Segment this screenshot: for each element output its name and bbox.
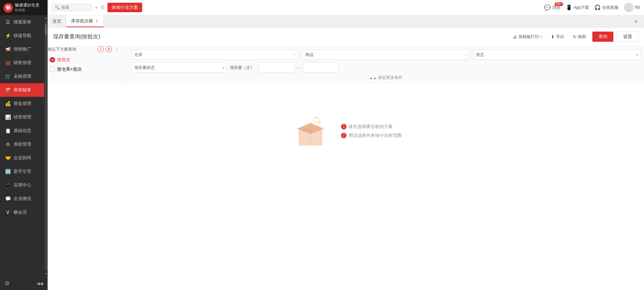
add-scheme-icon[interactable]: + (98, 46, 104, 52)
sidebar-item-label-weixin: 企业微信 (14, 196, 31, 202)
tab-close-panel-icon[interactable]: ✕ (631, 19, 641, 24)
app-center-icon: 📱 (5, 182, 11, 188)
member-icon: V (5, 209, 11, 215)
settings-icon[interactable]: ⚙ (5, 280, 10, 287)
refresh-icon: ↻ (573, 34, 577, 39)
tab-inventory-batch[interactable]: 库存批次账 ✕ (66, 15, 104, 27)
sidebar-item-system[interactable]: ⚙ 系统管理 (0, 138, 44, 151)
messages-group[interactable]: 💬 消息 99+ (544, 4, 560, 11)
product-more-icon[interactable]: ··· (464, 53, 467, 57)
sidebar-footer: ⚙ ◀◀ (0, 276, 48, 290)
query-button[interactable]: 查询 (592, 32, 613, 42)
user-group[interactable]: Rit (624, 3, 640, 12)
tab-close-icon[interactable]: ✕ (95, 19, 99, 23)
app-download-label: App下载 (574, 5, 589, 11)
sidebar-item-base-info[interactable]: 📋 基础信息 (0, 124, 44, 138)
empty-hint-1: 1 请先选择要分析的方案 (341, 124, 402, 130)
weixin-icon: 💬 (5, 196, 11, 202)
finance-icon: 💰 (5, 101, 11, 107)
operations-icon: 📊 (5, 114, 11, 120)
scheme-inactive-dot (50, 67, 55, 72)
page-header: 现存量查询(按批次) 🖨 按模板打印 ▾ ⬆ 导出 ↻ 刷新 查询 设置 (48, 28, 644, 46)
sidebar-item-label-quick-nav: 快捷导航 (14, 33, 31, 39)
sidebar-item-enterprise[interactable]: 🤝 企业协同 (0, 151, 44, 165)
export-label: 导出 (556, 34, 564, 40)
filter-fields-panel: 仓库 ··· 商品 ··· (122, 46, 644, 83)
refresh-btn[interactable]: ↻ 刷新 (570, 33, 589, 41)
guide-icon: 🆕 (5, 168, 11, 175)
sidebar-item-label-guide: 新手引导 (14, 168, 31, 175)
empty-state: 1 请先选择要分析的方案 2 用过滤条件来缩小分析范围 (48, 83, 644, 179)
empty-hints: 1 请先选择要分析的方案 2 用过滤条件来缩小分析范围 (341, 124, 402, 139)
scheme-icons: + ⚙ 《 (98, 46, 118, 52)
sidebar-item-sales[interactable]: 💼 销售管理 (0, 56, 44, 70)
sidebar-item-weixin[interactable]: 💬 企业微信 (0, 192, 44, 205)
sidebar-item-label-inventory: 库存核算 (14, 87, 31, 93)
trial-btn[interactable]: 体验行业方案 (107, 3, 142, 12)
stock-status-label: 现存量状态 (134, 65, 155, 71)
scroll-track (45, 21, 47, 271)
scroll-thumb (45, 24, 47, 35)
svg-point-6 (314, 117, 319, 123)
print-btn[interactable]: 🖨 按模板打印 ▾ (510, 33, 545, 41)
sidebar-item-search-menu[interactable]: ☰ 搜索菜单 (0, 15, 44, 29)
collapse-row[interactable]: ▲▲ 收起更多条件 (128, 73, 644, 83)
manage-scheme-icon[interactable]: ⚙ (106, 46, 112, 52)
page-content: 现存量查询(按批次) 🖨 按模板打印 ▾ ⬆ 导出 ↻ 刷新 查询 设置 (48, 28, 644, 290)
sidebar-item-guide[interactable]: 🆕 新手引导 (0, 165, 44, 178)
print-dropdown-icon[interactable]: ▾ (540, 35, 542, 39)
topbar-dropdown-icon[interactable]: ▾ (95, 5, 98, 10)
sidebar-scrollbar[interactable]: ▲ ▼ (44, 15, 48, 276)
filter-scheme-panel: 按以下方案查询 + ⚙ 《 ● 按批次 按仓库+批次 (48, 46, 122, 83)
sidebar-item-app-center[interactable]: 📱 应用中心 (0, 178, 44, 192)
sidebar-item-label-marketing: 营销推广 (14, 46, 31, 52)
print-icon: 🖨 (513, 34, 517, 39)
sidebar-item-label-search-menu: 搜索菜单 (14, 19, 31, 25)
sidebar-item-marketing[interactable]: 📢 营销推广 (0, 42, 44, 56)
sidebar-item-label-sales: 销售管理 (14, 60, 31, 66)
stock-status-select[interactable]: 现存量状态 ▾ (131, 62, 226, 73)
online-service-group[interactable]: 🎧 在线客服 (594, 4, 618, 11)
tab-home[interactable]: 首页 (48, 15, 66, 27)
tabbar: 首页 库存批次账 ✕ ✕ (48, 15, 644, 28)
status-select[interactable]: 状态 ▾ (473, 50, 641, 60)
sidebar-item-inventory[interactable]: 📦 库存核算 (0, 83, 44, 97)
stock-amount-max-input[interactable] (303, 62, 339, 73)
warehouse-more-icon[interactable]: ··· (293, 53, 296, 57)
collapse-sidebar-icon[interactable]: ◀◀ (37, 281, 43, 286)
export-btn[interactable]: ⬆ 导出 (548, 33, 567, 41)
topbar-search-input[interactable] (61, 5, 88, 10)
sidebar-item-member[interactable]: V 畅会员 (0, 205, 44, 219)
sidebar-item-finance[interactable]: 💰 资金管理 (0, 97, 44, 110)
stock-status-field: 现存量状态 ▾ (131, 62, 226, 73)
app-download-group[interactable]: 📱 App下载 (566, 4, 589, 11)
topbar-settings-icon[interactable]: ⚙ (100, 4, 105, 11)
scheme-item-warehouse-batch[interactable]: 按仓库+批次 (48, 65, 118, 74)
scheme-label-warehouse-batch: 按仓库+批次 (57, 66, 82, 72)
empty-illustration (290, 110, 331, 152)
stock-amount-field: 现存量（主） — (230, 62, 339, 73)
user-name: Rit (635, 5, 640, 10)
warehouse-input[interactable]: 仓库 ··· (131, 50, 299, 60)
headset-icon: 🎧 (594, 4, 601, 11)
warehouse-field: 仓库 ··· (131, 50, 299, 60)
scroll-down-arrow[interactable]: ▼ (44, 272, 48, 276)
sidebar-item-label-finance: 资金管理 (14, 101, 31, 107)
sidebar-item-operations[interactable]: 📊 经营管理 (0, 110, 44, 124)
tab-inventory-batch-label: 库存批次账 (71, 18, 93, 24)
sidebar-item-quick-nav[interactable]: ⚡ 快捷导航 (0, 29, 44, 42)
stock-amount-separator: — (296, 65, 301, 70)
hint-2-text: 用过滤条件来缩小分析范围 (349, 132, 402, 139)
stock-amount-min-input[interactable] (258, 62, 294, 73)
settings-button[interactable]: 设置 (617, 32, 639, 42)
collapse-panel-icon[interactable]: 《 (114, 47, 118, 52)
filter-container: 按以下方案查询 + ⚙ 《 ● 按批次 按仓库+批次 (48, 46, 644, 83)
scroll-up-arrow[interactable]: ▲ (44, 16, 48, 20)
topbar-search-box[interactable]: 🔍 (52, 4, 92, 11)
hint-1-num: 1 (341, 124, 346, 129)
product-input[interactable]: 商品 ··· (302, 50, 470, 60)
scheme-section-label: 按以下方案查询 (48, 47, 76, 52)
marketing-icon: 📢 (5, 46, 11, 52)
sidebar-item-purchase[interactable]: 🛒 采购管理 (0, 70, 44, 83)
scheme-item-batch[interactable]: ● 按批次 (48, 55, 118, 65)
